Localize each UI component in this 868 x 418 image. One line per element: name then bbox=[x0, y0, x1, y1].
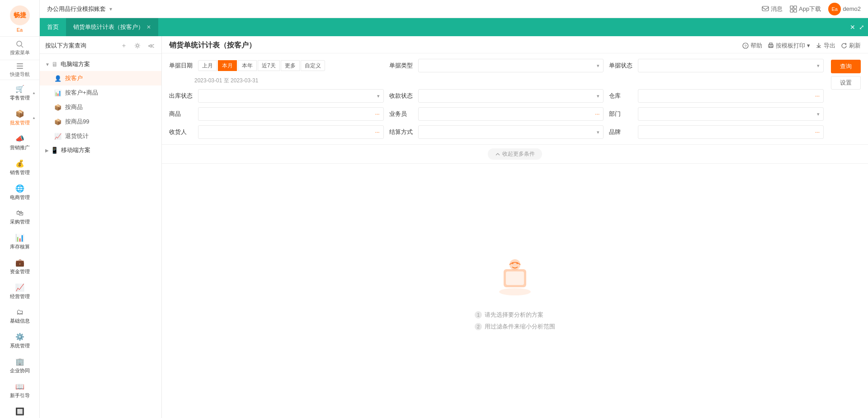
message-btn[interactable]: 消息 bbox=[762, 5, 783, 13]
receiver-input[interactable]: ··· bbox=[198, 125, 384, 139]
sidebar-item-purchase[interactable]: 🛍 采购管理 bbox=[0, 204, 39, 229]
user-profile-btn[interactable]: Ea demo2 bbox=[828, 3, 861, 15]
sidebar-item-inventory[interactable]: 📊 库存核算 bbox=[0, 229, 39, 254]
add-scheme-btn[interactable]: ＋ bbox=[119, 41, 129, 51]
company-dropdown[interactable]: ▾ bbox=[109, 6, 112, 12]
avatar-text: Ea bbox=[832, 6, 838, 12]
tree-item-customer-product[interactable]: 📊 按客户+商品 bbox=[40, 86, 161, 100]
sidebar-item-operations[interactable]: 📈 经营管理 bbox=[0, 279, 39, 304]
collect-status-select[interactable]: ▾ bbox=[418, 89, 604, 103]
settle-method-label: 结算方式 bbox=[389, 128, 415, 136]
collapse-icon bbox=[495, 152, 500, 157]
product-more[interactable]: ··· bbox=[375, 111, 380, 117]
filter-area: 单据日期 上月 本月 本年 近7天 更多 自定义 bbox=[162, 53, 868, 145]
salesperson-label: 业务员 bbox=[389, 110, 415, 118]
tree-item-product[interactable]: 📦 按商品 bbox=[40, 100, 161, 114]
hint-num-1: 1 bbox=[475, 311, 482, 318]
date-btn-7days[interactable]: 近7天 bbox=[258, 60, 280, 71]
enterprise-icon: 🏢 bbox=[15, 357, 24, 366]
help-btn[interactable]: ? 帮助 bbox=[742, 42, 762, 50]
search-menu-btn[interactable]: 搜索菜单 bbox=[0, 37, 39, 60]
desktop-toggle: ▼ bbox=[45, 62, 50, 67]
sidebar-item-finance[interactable]: 💼 资金管理 bbox=[0, 254, 39, 279]
scheme-panel-header: 按以下方案查询 ＋ ≪ bbox=[40, 36, 161, 54]
returns-label: 退货统计 bbox=[65, 132, 89, 140]
quick-nav-btn[interactable]: 快捷导航 bbox=[0, 60, 39, 80]
sidebar-item-ecommerce[interactable]: 🌐 电商管理 bbox=[0, 180, 39, 204]
tab-expand-actions: ✕ ⤢ bbox=[850, 24, 864, 31]
sidebar-item-apps[interactable]: 🔲 应用中心 bbox=[0, 403, 39, 418]
empty-illustration bbox=[488, 251, 542, 305]
warehouse-more[interactable]: ··· bbox=[815, 93, 820, 99]
brand-more[interactable]: ··· bbox=[815, 129, 820, 135]
brand-input[interactable]: ··· bbox=[638, 125, 824, 139]
svg-rect-5 bbox=[17, 66, 23, 66]
collapse-panel-btn[interactable]: ≪ bbox=[146, 41, 156, 51]
product-label: 按商品 bbox=[65, 103, 83, 111]
print-dropdown-arrow[interactable]: ▾ bbox=[807, 42, 810, 49]
sidebar-item-newbie[interactable]: 📖 新手引导 bbox=[0, 378, 39, 403]
filter-product: 商品 ··· bbox=[169, 107, 384, 121]
print-label: 按模板打印 bbox=[776, 42, 805, 50]
export-btn[interactable]: 导出 bbox=[816, 42, 835, 50]
settings-button[interactable]: 设置 bbox=[831, 76, 861, 90]
sidebar-item-sales[interactable]: 💰 销售管理 bbox=[0, 155, 39, 180]
print-icon bbox=[768, 43, 774, 49]
collect-status-label: 收款状态 bbox=[389, 92, 415, 100]
refresh-btn[interactable]: 刷新 bbox=[841, 42, 861, 50]
sidebar-item-newbie-label: 新手引导 bbox=[10, 392, 30, 399]
collect-status-arrow: ▾ bbox=[597, 93, 599, 99]
product-label: 商品 bbox=[169, 110, 194, 118]
tree-item-customer[interactable]: 👤 按客户 bbox=[40, 71, 161, 86]
tab-home[interactable]: 首页 bbox=[40, 18, 66, 36]
date-btn-last-month[interactable]: 上月 bbox=[198, 60, 217, 71]
date-btn-this-month[interactable]: 本月 bbox=[218, 60, 237, 71]
settle-method-arrow: ▾ bbox=[597, 129, 599, 135]
salesperson-input[interactable]: ··· bbox=[418, 107, 604, 121]
collapse-button[interactable]: 收起更多条件 bbox=[488, 148, 542, 160]
order-status-select[interactable]: ▾ bbox=[638, 59, 824, 72]
window-maximize-btn[interactable]: ⤢ bbox=[859, 24, 864, 31]
svg-rect-9 bbox=[794, 6, 797, 9]
tab-close-btn[interactable]: ✕ bbox=[146, 24, 151, 30]
logo-text: Ea bbox=[17, 27, 23, 33]
tree-item-returns[interactable]: 📈 退货统计 bbox=[40, 129, 161, 143]
mobile-scheme-header[interactable]: ▶ 📱 移动端方案 bbox=[40, 143, 161, 157]
query-button[interactable]: 查询 bbox=[831, 60, 861, 73]
sidebar-item-marketing[interactable]: 📣 营销推广 bbox=[0, 130, 39, 155]
order-type-select[interactable]: ▾ bbox=[418, 59, 604, 72]
ecommerce-icon: 🌐 bbox=[15, 184, 24, 193]
out-status-select[interactable]: ▾ bbox=[198, 89, 384, 103]
sidebar-item-wholesale[interactable]: 📦 批发管理 ▲ bbox=[0, 105, 39, 130]
warehouse-input[interactable]: ··· bbox=[638, 89, 824, 103]
dept-select[interactable]: ▾ bbox=[638, 107, 824, 121]
help-icon: ? bbox=[742, 43, 749, 49]
date-btn-this-year[interactable]: 本年 bbox=[238, 60, 257, 71]
sidebar-item-retail[interactable]: 🛒 零售管理 ▲ bbox=[0, 80, 39, 105]
main-panel: 销货单统计计表（按客户） ? 帮助 按模板打印 ▾ 导出 bbox=[162, 36, 868, 418]
mobile-scheme-group: ▶ 📱 移动端方案 bbox=[40, 143, 161, 157]
tab-sales-stats[interactable]: 销货单统计计表（按客户） ✕ bbox=[66, 18, 158, 36]
filter-receiver: 收货人 ··· bbox=[169, 125, 384, 139]
product-input[interactable]: ··· bbox=[198, 107, 384, 121]
desktop-scheme-header[interactable]: ▼ 🖥 电脑端方案 bbox=[40, 57, 161, 71]
settings-scheme-btn[interactable] bbox=[132, 41, 142, 51]
receiver-more[interactable]: ··· bbox=[375, 129, 380, 135]
collapse-bar[interactable]: 收起更多条件 bbox=[162, 145, 868, 164]
filter-warehouse: 仓库 ··· bbox=[609, 89, 824, 103]
tree-item-product99[interactable]: 📦 按商品99 bbox=[40, 114, 161, 129]
app-download-btn[interactable]: App下载 bbox=[790, 5, 821, 13]
print-btn[interactable]: 按模板打印 ▾ bbox=[768, 42, 810, 50]
sidebar-item-system[interactable]: ⚙️ 系统管理 bbox=[0, 328, 39, 353]
date-label: 单据日期 bbox=[169, 62, 194, 70]
svg-rect-4 bbox=[17, 63, 23, 64]
date-btn-custom[interactable]: 自定义 bbox=[301, 60, 325, 71]
sales-icon: 💰 bbox=[15, 159, 24, 168]
svg-point-23 bbox=[516, 262, 518, 264]
window-close-btn[interactable]: ✕ bbox=[850, 24, 855, 31]
settle-method-select[interactable]: ▾ bbox=[418, 125, 604, 139]
sidebar-item-basic[interactable]: 🗂 基础信息 bbox=[0, 304, 39, 328]
date-btn-more[interactable]: 更多 bbox=[281, 60, 300, 71]
salesperson-more[interactable]: ··· bbox=[595, 111, 599, 117]
sidebar-item-enterprise[interactable]: 🏢 企业协同 bbox=[0, 353, 39, 378]
